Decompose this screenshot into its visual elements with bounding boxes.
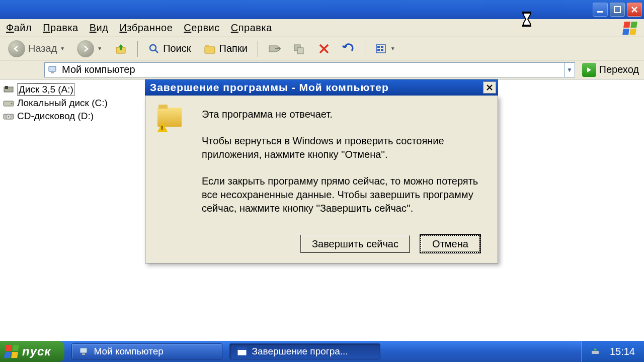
window-titlebar <box>0 0 644 19</box>
views-icon <box>375 43 387 54</box>
floppy-drive-icon <box>3 85 14 94</box>
undo-button[interactable] <box>338 41 359 57</box>
svg-rect-14 <box>49 66 56 71</box>
move-to-icon <box>268 43 281 55</box>
address-bar-row: Мой компьютер ▼ Переход <box>0 60 644 79</box>
maximize-button[interactable] <box>610 3 625 17</box>
windows-flag-icon <box>616 20 644 36</box>
svg-rect-4 <box>205 47 215 53</box>
dialog-title-text: Завершение программы - Мой компьютер <box>150 81 389 94</box>
start-label: пуск <box>22 344 51 358</box>
folders-icon <box>203 43 216 55</box>
delete-icon <box>318 43 330 54</box>
window-icon <box>237 347 247 356</box>
menu-tools[interactable]: Сервис <box>184 22 220 34</box>
folder-up-icon <box>114 42 127 55</box>
toolbar-separator <box>365 41 365 57</box>
toolbar-separator <box>137 41 138 57</box>
taskbar-item-explorer[interactable]: Мой компьютер <box>71 343 222 359</box>
end-now-label: Завершить сейчас <box>312 238 398 250</box>
address-combobox[interactable]: Мой компьютер ▼ <box>44 62 575 77</box>
minimize-button[interactable] <box>593 3 608 17</box>
forward-button[interactable]: ▼ <box>73 38 106 59</box>
taskbar-item-dialog[interactable]: Завершение програ... <box>229 343 380 359</box>
cancel-button[interactable]: Отмена <box>420 235 480 253</box>
svg-rect-5 <box>205 45 209 47</box>
tray-safely-remove-icon <box>591 347 600 356</box>
svg-rect-10 <box>377 46 380 48</box>
move-to-button[interactable] <box>264 41 285 57</box>
toolbar: Назад ▼ ▼ Поиск Папки <box>0 37 644 60</box>
go-button[interactable]: Переход <box>580 62 641 77</box>
menu-favorites[interactable]: Избранное <box>119 22 173 34</box>
folders-label: Папки <box>219 43 248 54</box>
start-button[interactable]: пуск <box>0 341 64 362</box>
copy-to-button[interactable] <box>289 41 310 57</box>
end-program-dialog: Завершение программы - Мой компьютер Эта… <box>145 79 498 263</box>
dialog-warning-folder-icon <box>157 106 186 130</box>
menu-view[interactable]: Вид <box>90 22 109 34</box>
svg-rect-15 <box>51 72 54 73</box>
dialog-line3: Если закрыть программу прямо сейчас, то … <box>202 174 482 215</box>
close-button[interactable] <box>627 3 642 17</box>
svg-rect-29 <box>592 351 599 354</box>
svg-rect-8 <box>297 48 303 54</box>
menu-help[interactable]: Справка <box>231 22 272 34</box>
svg-rect-12 <box>377 49 380 51</box>
toolbar-separator <box>258 41 258 57</box>
search-button[interactable]: Поиск <box>144 41 195 57</box>
svg-rect-11 <box>381 46 383 48</box>
back-dropdown-icon[interactable]: ▼ <box>60 46 65 51</box>
svg-rect-17 <box>5 86 8 89</box>
drive-label: Локальный диск (C:) <box>17 98 108 109</box>
clock: 15:14 <box>610 346 635 357</box>
dialog-titlebar[interactable]: Завершение программы - Мой компьютер <box>145 79 498 96</box>
drive-label: CD-дисковод (D:) <box>17 111 94 122</box>
back-label: Назад <box>28 43 57 54</box>
svg-rect-26 <box>82 353 85 355</box>
search-icon <box>148 43 160 55</box>
dialog-line2: Чтобы вернуться в Windows и проверить со… <box>202 134 482 161</box>
go-arrow-icon <box>582 63 596 77</box>
task-label: Мой компьютер <box>94 346 164 357</box>
forward-arrow-icon <box>77 40 94 57</box>
dialog-close-button[interactable] <box>483 81 496 94</box>
end-now-button[interactable]: Завершить сейчас <box>300 235 410 253</box>
back-arrow-icon <box>8 40 25 57</box>
folders-button[interactable]: Папки <box>199 41 252 57</box>
menu-bar: Файл Правка Вид Избранное Сервис Справка <box>0 19 644 37</box>
delete-button[interactable] <box>314 41 334 56</box>
system-tray[interactable]: 15:14 <box>581 341 644 362</box>
task-label: Завершение програ... <box>252 346 348 357</box>
menu-file[interactable]: Файл <box>6 22 32 34</box>
cd-drive-icon <box>3 112 14 121</box>
up-button[interactable] <box>110 40 131 57</box>
hard-drive-icon <box>3 99 14 108</box>
undo-icon <box>342 43 355 55</box>
svg-point-19 <box>11 103 13 105</box>
menu-edit[interactable]: Правка <box>43 22 78 34</box>
drive-label: Диск 3,5 (A:) <box>17 83 75 96</box>
back-button[interactable]: Назад ▼ <box>4 38 69 59</box>
copy-to-icon <box>293 43 306 55</box>
svg-rect-13 <box>381 49 383 51</box>
svg-point-22 <box>8 116 10 118</box>
svg-rect-25 <box>80 348 87 353</box>
search-label: Поиск <box>163 43 191 54</box>
go-label: Переход <box>599 64 639 75</box>
svg-rect-1 <box>614 7 620 13</box>
my-computer-icon <box>79 346 89 356</box>
windows-logo-icon <box>4 345 19 358</box>
dialog-message: Эта программа не отвечает. Чтобы вернуть… <box>202 108 482 228</box>
cancel-label: Отмена <box>432 238 468 250</box>
views-button[interactable]: ▼ <box>371 41 399 56</box>
svg-rect-28 <box>237 347 247 350</box>
forward-dropdown-icon[interactable]: ▼ <box>97 46 102 51</box>
my-computer-icon <box>48 65 58 75</box>
address-dropdown-icon[interactable]: ▼ <box>565 63 575 77</box>
dialog-body: Эта программа не отвечает. Чтобы вернуть… <box>145 96 498 263</box>
address-text: Мой компьютер <box>62 64 560 75</box>
dialog-line1: Эта программа не отвечает. <box>202 108 482 121</box>
taskbar: пуск Мой компьютер Завершение програ... … <box>0 341 644 362</box>
views-dropdown-icon[interactable]: ▼ <box>390 46 395 51</box>
